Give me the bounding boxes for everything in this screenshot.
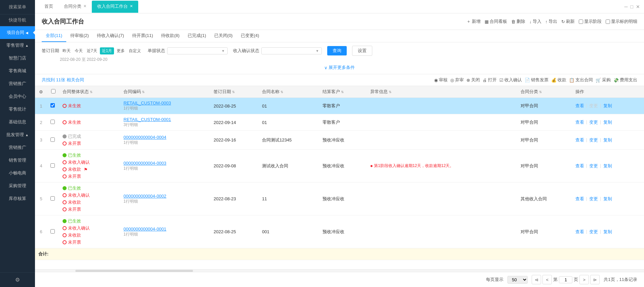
sidebar-item-project[interactable]: 项目合同 ◀	[0, 26, 35, 39]
view-link[interactable]: 查看	[575, 196, 584, 202]
view-link[interactable]: 查看	[575, 119, 584, 125]
next-page-button[interactable]: >	[579, 275, 589, 284]
last-page-button[interactable]: ⊳	[590, 275, 600, 284]
change-link[interactable]: 变更	[589, 103, 598, 109]
copy-link[interactable]: 复制	[603, 196, 612, 202]
row-checkbox-input[interactable]	[50, 229, 55, 234]
tab-income-workbench-close[interactable]: ✕	[130, 4, 133, 8]
review-button[interactable]: ◉ 审核	[434, 77, 448, 83]
th-contract-type[interactable]: 合同分类 ⇅	[517, 86, 572, 98]
sidebar-item-inventory[interactable]: 库存核算	[0, 192, 35, 205]
tab-income-workbench[interactable]: 收入合同工作台 ✕	[92, 1, 138, 13]
copy-link[interactable]: 复制	[603, 163, 612, 169]
filter-tab-changed[interactable]: 已变更(4)	[237, 30, 263, 42]
page-size-select[interactable]: 50 100	[507, 276, 528, 284]
th-contract-name[interactable]: 合同名称 ⇅	[259, 86, 319, 98]
contract-code-link[interactable]: 0000000000004-0002	[123, 194, 207, 199]
change-link[interactable]: 变更	[589, 163, 598, 169]
show-details-checkbox[interactable]: 显示标的明细	[606, 18, 637, 25]
view-link[interactable]: 查看	[575, 229, 584, 235]
date-opt-yesterday[interactable]: 昨天	[61, 47, 72, 54]
filter-tab-pending-review[interactable]: 待审核(2)	[66, 30, 93, 42]
show-details-input[interactable]	[606, 19, 610, 24]
payout-contract-button[interactable]: 📋 支出合同	[569, 77, 593, 83]
row-checkbox[interactable]	[47, 98, 59, 114]
row-checkbox-input[interactable]	[50, 163, 55, 168]
copy-link[interactable]: 复制	[603, 137, 612, 143]
add-button[interactable]: ＋ 新增	[466, 18, 481, 25]
sidebar-item-base-info[interactable]: 基础信息	[0, 116, 35, 128]
sidebar-item-marketing2[interactable]: 营销推广	[0, 141, 35, 154]
th-settings[interactable]: ⚙	[35, 86, 47, 98]
maximize-button[interactable]: □	[631, 4, 633, 9]
sort-icon-abnormal-info[interactable]: ⇅	[389, 90, 391, 94]
sidebar-nav[interactable]: 快捷导航	[0, 14, 35, 26]
tab-contract-type-close[interactable]: ✕	[83, 4, 86, 8]
change-link[interactable]: 变更	[589, 229, 598, 235]
th-abnormal-info[interactable]: 异常信息 ⇅	[367, 86, 517, 98]
column-settings-icon[interactable]: ⚙	[39, 89, 43, 94]
filter-tab-pending-income-confirm[interactable]: 待收入确认(7)	[93, 30, 128, 42]
change-link[interactable]: 变更	[589, 196, 598, 202]
show-stages-checkbox[interactable]: 显示阶段	[579, 18, 602, 25]
contract-board-button[interactable]: ▦ 合同看板	[485, 18, 507, 25]
sidebar-item-retail-mall[interactable]: 零售商城	[0, 65, 35, 77]
view-link[interactable]: 查看	[575, 137, 584, 143]
sidebar-item-marketing[interactable]: 营销推广	[0, 77, 35, 90]
sort-icon-settlement-customer[interactable]: ⇅	[341, 90, 344, 94]
tab-home[interactable]: 首页	[39, 1, 59, 13]
sidebar-item-xiaochang[interactable]: 小畅电商	[0, 167, 35, 179]
sidebar-item-sales-mgmt[interactable]: 销售管理	[0, 154, 35, 167]
sort-icon-contract-type[interactable]: ⇅	[539, 90, 542, 94]
setting-button[interactable]: 设置	[352, 46, 372, 56]
date-opt-today[interactable]: 今天	[73, 47, 84, 54]
view-link[interactable]: 查看	[575, 103, 584, 109]
copy-link[interactable]: 复制	[603, 229, 612, 235]
first-page-button[interactable]: ⊲	[532, 275, 541, 284]
date-opt-more[interactable]: 更多	[115, 47, 126, 54]
contract-code-link[interactable]: RETAIL_CUSTOM-0001	[123, 117, 207, 122]
sidebar-search[interactable]: 搜索菜单	[0, 0, 35, 14]
row-checkbox-input[interactable]	[50, 120, 55, 124]
change-link[interactable]: 变更	[589, 137, 598, 143]
print-button[interactable]: 🖨 打开	[483, 77, 497, 83]
change-link[interactable]: 变更	[589, 119, 598, 125]
show-stages-input[interactable]	[579, 19, 583, 24]
sort-icon-sign-date[interactable]: ⇅	[232, 90, 235, 94]
copy-link[interactable]: 复制	[603, 103, 612, 109]
abandon-review-button[interactable]: ◎ 弃审	[450, 77, 464, 83]
row-checkbox-input[interactable]	[50, 137, 55, 142]
refresh-button[interactable]: ↻ 刷新	[561, 18, 575, 25]
sidebar-item-wholesale-mgmt[interactable]: 批发管理 ▲	[0, 128, 35, 141]
collection-button[interactable]: 💰 收款	[551, 77, 566, 83]
tab-contract-type[interactable]: 合同分类 ✕	[59, 1, 92, 13]
row-checkbox-input[interactable]	[50, 196, 55, 201]
copy-link[interactable]: 复制	[603, 119, 612, 125]
contract-code-link[interactable]: 0000000000004-0001	[123, 227, 207, 232]
th-checkbox[interactable]	[47, 86, 59, 98]
page-input[interactable]	[559, 276, 572, 283]
contract-code-link[interactable]: 0000000000004-0004	[123, 135, 207, 140]
th-settlement-customer[interactable]: 结算客户 ⇅	[319, 86, 367, 98]
filter-tab-pending-collection[interactable]: 待收款(8)	[157, 30, 184, 42]
filter-tab-completed[interactable]: 已完成(1)	[184, 30, 210, 42]
horizontal-scrollbar[interactable]	[35, 269, 644, 272]
th-contract-code[interactable]: 合同编码 ⇅	[120, 86, 210, 98]
sidebar-item-smart-store[interactable]: 智慧门店	[0, 52, 35, 65]
scrollbar-thumb[interactable]	[75, 270, 193, 272]
prev-page-button[interactable]: <	[542, 275, 552, 284]
sales-invoice-button[interactable]: 📄 销售发票	[525, 77, 548, 83]
doc-status-select[interactable]: ▼	[167, 47, 228, 54]
export-button[interactable]: ↑ 导出	[545, 18, 558, 25]
sort-icon-contract-code[interactable]: ⇅	[142, 90, 145, 94]
date-opt-custom[interactable]: 自定义	[127, 47, 142, 54]
delete-button[interactable]: 🗑 删除	[511, 18, 525, 25]
date-opt-last7days[interactable]: 近7天	[85, 47, 99, 54]
contract-code-link[interactable]: RETAIL_CUSTOM-0003	[123, 100, 207, 106]
filter-tab-pending-invoice[interactable]: 待开票(11)	[128, 30, 157, 42]
income-confirm-button[interactable]: ☑ 收入确认	[499, 77, 522, 83]
row-checkbox[interactable]	[47, 150, 59, 182]
contract-code-link[interactable]: 0000000000004-0003	[123, 161, 207, 166]
row-checkbox[interactable]	[47, 182, 59, 215]
close-contract-button[interactable]: ⊗ 关闭	[466, 77, 480, 83]
